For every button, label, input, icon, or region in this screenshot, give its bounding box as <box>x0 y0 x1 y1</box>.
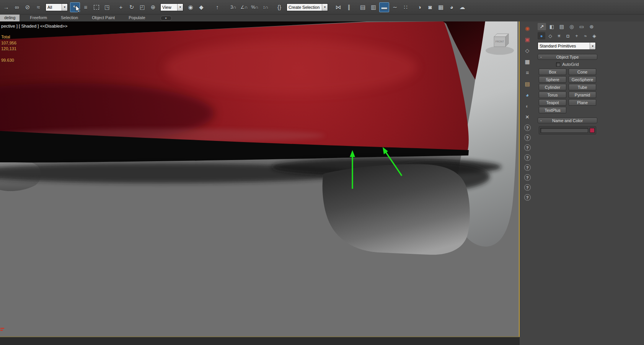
tab-motion[interactable]: ◎ <box>567 23 576 30</box>
box-button[interactable]: Box <box>539 69 566 75</box>
unlink-selection-button[interactable]: ⊘ <box>23 2 33 12</box>
pyramid-button[interactable]: Pyramid <box>569 92 596 98</box>
category-cameras[interactable]: ◘ <box>564 32 572 39</box>
category-lights[interactable]: ☀ <box>555 32 563 39</box>
object-color-swatch[interactable] <box>590 128 595 133</box>
selection-region-button[interactable] <box>91 2 101 12</box>
missing-icon-button-6[interactable]: ? <box>524 174 531 181</box>
ribbon-tab-modeling[interactable]: deling <box>0 15 20 21</box>
select-and-place-button[interactable]: ⊕ <box>148 2 158 12</box>
render-setup-button[interactable]: ◙ <box>425 2 435 12</box>
schematic-view-button[interactable]: ∷ <box>401 2 411 12</box>
material-box-icon[interactable]: ▣ <box>523 36 531 43</box>
window-crossing-toggle[interactable]: ◳ <box>102 2 112 12</box>
rendered-frame-window-button[interactable]: ▦ <box>436 2 446 12</box>
missing-icon-button-2[interactable]: ? <box>524 134 531 141</box>
reference-coordinate-system-dropdown[interactable]: View ▼ <box>160 3 183 11</box>
tab-create[interactable]: ↗ <box>538 23 546 30</box>
selection-filter-dropdown[interactable]: All ▼ <box>46 3 68 11</box>
perspective-viewport[interactable]: FRONT pective ] [ Shaded ] <<Disabled>> … <box>0 21 520 337</box>
curve-editor-button[interactable]: ∼ <box>390 2 400 12</box>
tab-utilities[interactable]: ⊛ <box>587 23 596 30</box>
layer-stack-icon[interactable]: ≡ <box>523 69 531 77</box>
select-and-rotate-button[interactable]: ↻ <box>127 2 137 12</box>
missing-icon-button-8[interactable]: ? <box>524 194 531 201</box>
snap-toggle-3d-button[interactable]: 3∩ <box>228 2 238 12</box>
bind-to-space-warp-button[interactable]: ≈ <box>33 2 43 12</box>
toggle-ribbon-button[interactable]: ▬ <box>379 2 389 12</box>
missing-icon-button-7[interactable]: ? <box>524 184 531 191</box>
ribbon-tab-populate[interactable]: Populate <box>124 15 149 21</box>
object-name-field[interactable] <box>540 128 588 133</box>
diamond-tool-icon[interactable]: ◇ <box>523 47 531 54</box>
ribbon-tab-freeform[interactable]: Freeform <box>26 15 51 21</box>
ribbon-tab-object-paint[interactable]: Object Paint <box>88 15 119 21</box>
checker-map-icon[interactable]: ▦ <box>523 58 531 65</box>
textplus-button[interactable]: TextPlus <box>539 107 566 113</box>
teapot-button[interactable]: Teapot <box>539 99 566 106</box>
dropdown-arrow-icon: ▼ <box>62 4 67 11</box>
select-and-move-button[interactable]: + <box>116 2 126 12</box>
collapse-icon: - <box>540 118 542 123</box>
object-type-rollout: - Object Type AutoGrid Box Cone Sphere G… <box>538 54 597 113</box>
tab-display[interactable]: ▭ <box>577 23 586 30</box>
dark-sphere-icon[interactable]: ◐ <box>523 102 531 110</box>
toggle-scene-explorer-button[interactable]: ▤ <box>358 2 368 12</box>
mirror-button[interactable]: ⋈ <box>333 2 343 12</box>
geosphere-button[interactable]: GeoSphere <box>569 76 596 83</box>
category-systems[interactable]: ◈ <box>590 32 598 39</box>
category-helpers[interactable]: + <box>573 32 580 39</box>
tab-hierarchy[interactable]: ▤ <box>558 23 566 30</box>
missing-icon-button-4[interactable]: ? <box>524 154 531 161</box>
missing-icon-button-5[interactable]: ? <box>524 164 531 171</box>
use-center-flyout-button[interactable]: ◉ <box>186 2 196 12</box>
viewcube-face-label: FRONT <box>496 40 504 43</box>
edit-named-selection-sets-button[interactable]: {} <box>274 2 284 12</box>
close-icon[interactable]: × <box>523 113 531 121</box>
autogrid-label: AutoGrid <box>562 62 579 67</box>
select-by-name-button[interactable]: ≡ <box>81 2 91 12</box>
select-and-manipulate-button[interactable]: ◆ <box>196 2 206 12</box>
mouse-cursor <box>75 5 82 13</box>
render-in-cloud-button[interactable]: ☁ <box>457 2 467 12</box>
cylinder-button[interactable]: Cylinder <box>539 84 566 90</box>
geometry-category-dropdown[interactable]: Standard Primitives ▼ <box>538 42 596 50</box>
custom-script-toolbar: ◉ ▣ ◇ ▦ ≡ ▤ ◕ ◐ × ? ? ? ? ? ? ? ? <box>520 21 534 345</box>
teapot-icon[interactable]: ◉ <box>523 25 531 32</box>
autogrid-checkbox[interactable] <box>556 62 560 67</box>
plane-button[interactable]: Plane <box>569 99 596 106</box>
sphere-tool-icon[interactable]: ◕ <box>523 91 531 99</box>
torus-button[interactable]: Torus <box>539 92 566 98</box>
material-editor-button[interactable]: ◑ <box>414 2 424 12</box>
main-toolbar: → ∞ ⊘ ≈ All ▼ ↖ ≡ ◳ + ↻ ◰ ⊕ View ▼ ◉ ◆ ↑… <box>0 0 644 15</box>
track-bar-strip <box>0 337 520 345</box>
viewport-label[interactable]: pective ] [ Shaded ] <<Disabled>> <box>1 24 67 28</box>
missing-icon-button-3[interactable]: ? <box>524 144 531 151</box>
name-and-color-rollout-header[interactable]: - Name and Color <box>538 118 597 123</box>
tube-button[interactable]: Tube <box>569 84 596 90</box>
toggle-layer-explorer-button[interactable]: ▥ <box>368 2 378 12</box>
missing-icon-button-1[interactable]: ? <box>524 124 531 131</box>
named-selection-sets-dropdown[interactable]: Create Selection Se ▼ <box>287 3 328 11</box>
ribbon-tab-bar: deling Freeform Selection Object Paint P… <box>0 15 644 21</box>
category-space-warps[interactable]: ≈ <box>582 32 589 39</box>
angle-snap-toggle[interactable]: ∠∩ <box>239 2 249 12</box>
align-button[interactable]: ∥ <box>344 2 354 12</box>
dropdown-arrow-icon: ▼ <box>590 43 595 49</box>
object-type-rollout-header[interactable]: - Object Type <box>538 54 597 60</box>
select-and-scale-button[interactable]: ◰ <box>137 2 147 12</box>
category-geometry[interactable]: ● <box>538 32 545 39</box>
keyboard-shortcut-override-toggle[interactable]: ↑ <box>212 2 222 12</box>
render-production-button[interactable]: ◕ <box>447 2 457 12</box>
cone-button[interactable]: Cone <box>569 69 596 75</box>
sphere-button[interactable]: Sphere <box>539 76 566 83</box>
ribbon-overflow-button[interactable]: ▾ <box>160 16 172 21</box>
select-and-link-button[interactable]: ∞ <box>12 2 22 12</box>
brick-icon[interactable]: ▤ <box>523 80 531 88</box>
ribbon-tab-selection[interactable]: Selection <box>57 15 82 21</box>
tab-modify[interactable]: ◧ <box>548 23 556 30</box>
percent-snap-toggle[interactable]: %∩ <box>250 2 260 12</box>
toolbar-flyout-arrow-icon[interactable]: → <box>1 2 11 12</box>
category-shapes[interactable]: ◇ <box>546 32 554 39</box>
spinner-snap-toggle[interactable]: ↕∩ <box>261 2 271 12</box>
